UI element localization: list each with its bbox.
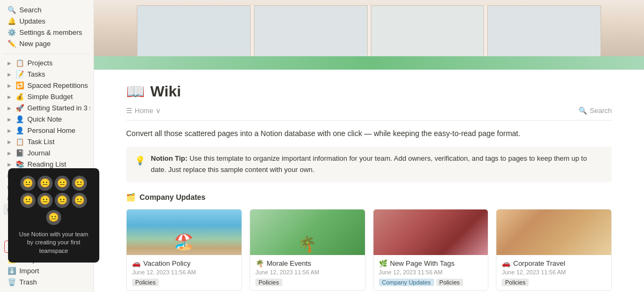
card-date-corporate: June 12, 2023 11:56 AM bbox=[502, 269, 606, 275]
avatar: 😐 bbox=[20, 176, 35, 191]
tasks-icon: 📝 bbox=[16, 70, 24, 78]
settings-icon: ⚙️ bbox=[8, 28, 16, 36]
personal-home-icon: 👤 bbox=[16, 126, 24, 134]
chevron-icon: ▶ bbox=[8, 139, 11, 145]
card-tags-corporate: Policies bbox=[502, 279, 606, 286]
avatar: 😐 bbox=[55, 176, 70, 191]
sidebar-item-tasks[interactable]: ▶ 📝 Tasks bbox=[3, 69, 90, 80]
avatar-group: 😐 😐 😐 😐 😐 😐 😐 😐 😐 bbox=[16, 176, 92, 225]
avatar: 😐 bbox=[72, 193, 87, 208]
section-icon: 🗂️ bbox=[126, 193, 135, 201]
import-icon: ⬇️ bbox=[8, 267, 16, 275]
avatar: 😐 bbox=[46, 210, 61, 225]
tag-policies: Policies bbox=[436, 279, 463, 286]
create-teamspace-tooltip: 😐 😐 😐 😐 😐 😐 😐 😐 😐 Use Notion with your t… bbox=[8, 168, 99, 263]
chevron-icon: ▶ bbox=[8, 83, 11, 88]
card-body-newpage: 🌿 New Page With Tags June 12, 2023 11:56… bbox=[374, 255, 488, 290]
card-title-morale: 🌴 Morale Events bbox=[255, 259, 360, 267]
avatar: 😐 bbox=[38, 193, 53, 208]
getting-started-icon: 🚀 bbox=[16, 104, 24, 112]
breadcrumb[interactable]: ☰ Home ∨ bbox=[126, 107, 161, 115]
sidebar-item-task-list[interactable]: ▶ 📋 Task List bbox=[3, 136, 90, 147]
card-new-page-tags[interactable]: 🌿 New Page With Tags June 12, 2023 11:56… bbox=[373, 209, 489, 291]
card-vacation-policy[interactable]: 🏖️ 🚗 Vacation Policy June 12, 2023 11:56… bbox=[126, 209, 242, 291]
card-emoji: 🚗 bbox=[132, 259, 141, 267]
page-icon: 📖 bbox=[126, 83, 145, 100]
card-title-corporate: 🚗 Corporate Travel bbox=[502, 259, 606, 267]
breadcrumb-search[interactable]: 🔍 Search bbox=[579, 107, 612, 115]
sidebar-item-simple-budget[interactable]: ▶ 💰 Simple Budget bbox=[3, 91, 90, 102]
sidebar-item-personal-home[interactable]: ▶ 👤 Personal Home bbox=[3, 125, 90, 136]
tooltip-text: Use Notion with your team by creating yo… bbox=[16, 230, 92, 255]
page-title: Wiki bbox=[150, 83, 181, 100]
sidebar-divider-1 bbox=[4, 54, 89, 54]
card-tags-morale: Policies bbox=[255, 279, 360, 286]
tip-content: Notion Tip: Use this template to organiz… bbox=[151, 153, 603, 176]
simple-budget-icon: 💰 bbox=[16, 93, 24, 101]
breadcrumb-icon: ☰ bbox=[126, 107, 133, 115]
cover-image bbox=[94, 0, 644, 70]
spaced-rep-icon: 🔁 bbox=[16, 81, 24, 89]
chevron-icon: ▶ bbox=[8, 106, 11, 111]
card-body-morale: 🌴 Morale Events June 12, 2023 11:56 AM P… bbox=[250, 255, 365, 290]
card-tags-newpage: Company Updates Policies bbox=[379, 279, 483, 286]
tag: Policies bbox=[255, 279, 282, 286]
sidebar-item-import[interactable]: ⬇️ Import bbox=[3, 265, 90, 276]
card-date-vacation: June 12, 2023 11:56 AM bbox=[132, 269, 236, 275]
breadcrumb-text: Home bbox=[135, 107, 153, 115]
updates-icon: 🔔 bbox=[8, 17, 16, 25]
card-title-vacation: 🚗 Vacation Policy bbox=[132, 259, 236, 267]
main-content: 📖 Wiki ☰ Home ∨ 🔍 Search Convert all tho… bbox=[94, 0, 644, 292]
card-body-corporate: 🚗 Corporate Travel June 12, 2023 11:56 A… bbox=[496, 255, 611, 290]
sidebar-item-updates[interactable]: 🔔 Updates bbox=[3, 16, 90, 27]
tip-icon: 💡 bbox=[135, 154, 145, 176]
card-image-corporate bbox=[496, 209, 611, 255]
card-date-morale: June 12, 2023 11:56 AM bbox=[255, 269, 360, 275]
sidebar-item-journal[interactable]: ▶ 📓 Journal bbox=[3, 147, 90, 159]
page-header: 📖 Wiki bbox=[126, 70, 612, 104]
section-title: Company Updates bbox=[140, 193, 206, 201]
cover-img-bg bbox=[94, 0, 644, 70]
page-content-area: 📖 Wiki ☰ Home ∨ 🔍 Search Convert all tho… bbox=[94, 70, 644, 292]
chevron-icon: ▶ bbox=[8, 162, 11, 167]
card-emoji: 🚗 bbox=[502, 259, 510, 267]
chevron-icon: ▶ bbox=[8, 128, 11, 133]
avatar: 😐 bbox=[72, 176, 87, 191]
card-emoji: 🌿 bbox=[379, 259, 387, 267]
avatar: 😐 bbox=[38, 176, 53, 191]
quick-note-icon: 👤 bbox=[16, 115, 24, 123]
avatar: 😐 bbox=[55, 193, 70, 208]
journal-icon: 📓 bbox=[16, 149, 24, 157]
new-page-icon: ✏️ bbox=[8, 40, 16, 48]
reading-list-icon: 📚 bbox=[16, 160, 24, 168]
card-image-newpage bbox=[374, 209, 488, 255]
sidebar-item-settings[interactable]: ⚙️ Settings & members bbox=[3, 27, 90, 38]
tip-text: Use this template to organize important … bbox=[151, 154, 587, 174]
tag: Policies bbox=[132, 279, 159, 286]
card-body-vacation: 🚗 Vacation Policy June 12, 2023 11:56 AM… bbox=[127, 255, 241, 290]
sidebar-item-getting-started[interactable]: ▶ 🚀 Getting Started in 3 ste... bbox=[3, 102, 90, 114]
projects-icon: 📋 bbox=[16, 59, 24, 67]
tip-bold: Notion Tip: bbox=[151, 154, 187, 162]
sidebar-item-quick-note[interactable]: ▶ 👤 Quick Note bbox=[3, 114, 90, 125]
card-title-newpage: 🌿 New Page With Tags bbox=[379, 259, 483, 267]
search-label: Search bbox=[590, 107, 612, 115]
sidebar-item-new-page[interactable]: ✏️ New page bbox=[3, 38, 90, 49]
tag-company-updates: Company Updates bbox=[379, 279, 434, 286]
sidebar-item-trash[interactable]: 🗑️ Trash bbox=[3, 276, 90, 288]
sidebar-item-search[interactable]: 🔍 Search bbox=[3, 4, 90, 16]
task-list-icon: 📋 bbox=[16, 138, 24, 146]
section-header-company-updates: 🗂️ Company Updates bbox=[126, 193, 612, 201]
tag: Policies bbox=[502, 279, 529, 286]
cards-grid: 🏖️ 🚗 Vacation Policy June 12, 2023 11:56… bbox=[126, 209, 612, 291]
chevron-icon: ▶ bbox=[8, 61, 11, 66]
card-date-newpage: June 12, 2023 11:56 AM bbox=[379, 269, 483, 275]
breadcrumb-chevron: ∨ bbox=[156, 107, 161, 115]
chevron-icon: ▶ bbox=[8, 117, 11, 122]
avatar: 😐 bbox=[20, 193, 35, 208]
sidebar-item-projects[interactable]: ▶ 📋 Projects bbox=[3, 57, 90, 69]
trash-icon: 🗑️ bbox=[8, 278, 16, 286]
card-morale-events[interactable]: 🌴 🌴 Morale Events June 12, 2023 11:56 AM… bbox=[250, 209, 365, 291]
sidebar-item-spaced-rep[interactable]: ▶ 🔁 Spaced Repetitions bbox=[3, 80, 90, 91]
card-corporate-travel[interactable]: 🚗 Corporate Travel June 12, 2023 11:56 A… bbox=[496, 209, 612, 291]
